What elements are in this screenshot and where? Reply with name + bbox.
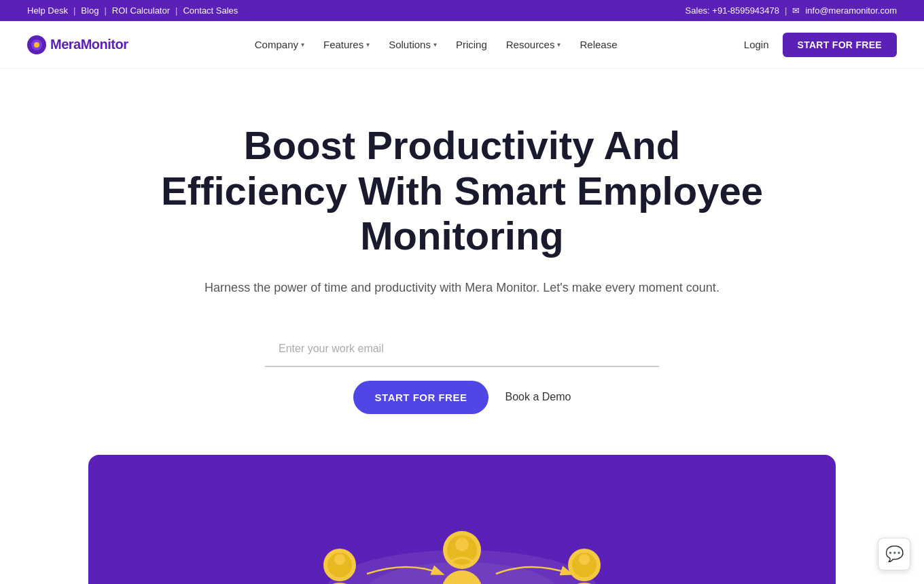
- email-icon: ✉: [792, 5, 800, 16]
- help-desk-link[interactable]: Help Desk: [27, 5, 68, 16]
- resources-chevron-icon: ▾: [557, 41, 561, 48]
- top-bar-right: Sales: +91-8595943478 | ✉ info@meramonit…: [686, 5, 897, 16]
- svg-point-9: [455, 538, 469, 551]
- logo-icon: [27, 35, 46, 54]
- roi-calculator-link[interactable]: ROI Calculator: [112, 5, 170, 16]
- nav-right: Login START FOR FREE: [744, 33, 897, 57]
- pricing-label: Pricing: [456, 39, 487, 50]
- separator-1: |: [73, 5, 75, 16]
- nav-solutions[interactable]: Solutions ▾: [389, 39, 437, 50]
- blog-link[interactable]: Blog: [81, 5, 99, 16]
- email-link[interactable]: info@meramonitor.com: [805, 5, 897, 16]
- hero-subtitle: Harness the power of time and productivi…: [82, 278, 842, 298]
- nav-left: MeraMonitor: [27, 35, 128, 54]
- start-free-hero-button[interactable]: START FOR FREE: [353, 381, 489, 414]
- top-bar-left: Help Desk | Blog | ROI Calculator | Cont…: [27, 5, 238, 16]
- solutions-label: Solutions: [389, 39, 431, 50]
- book-demo-link[interactable]: Book a Demo: [505, 391, 571, 403]
- separator-2: |: [104, 5, 106, 16]
- svg-point-2: [34, 42, 39, 48]
- solutions-chevron-icon: ▾: [433, 41, 437, 48]
- hero-cta-row: START FOR FREE Book a Demo: [353, 381, 571, 414]
- hero-title: Boost Productivity And Efficiency With S…: [156, 123, 768, 259]
- hero-image-section: [88, 455, 836, 584]
- nav-release[interactable]: Release: [580, 39, 617, 50]
- chat-widget[interactable]: 💬: [878, 538, 910, 570]
- separator-4: |: [785, 5, 787, 16]
- hero-section: Boost Productivity And Efficiency With S…: [54, 69, 870, 455]
- nav-company[interactable]: Company ▾: [255, 39, 304, 50]
- start-free-nav-button[interactable]: START FOR FREE: [783, 33, 898, 57]
- navbar: MeraMonitor Company ▾ Features ▾ Solutio…: [0, 21, 924, 69]
- nav-pricing[interactable]: Pricing: [456, 39, 487, 50]
- svg-point-19: [579, 554, 590, 565]
- nav-resources[interactable]: Resources ▾: [506, 39, 561, 50]
- resources-label: Resources: [506, 39, 555, 50]
- top-bar: Help Desk | Blog | ROI Calculator | Cont…: [0, 0, 924, 21]
- features-chevron-icon: ▾: [366, 41, 370, 48]
- company-chevron-icon: ▾: [301, 41, 304, 48]
- email-input[interactable]: [265, 332, 659, 367]
- logo-text: MeraMonitor: [50, 37, 128, 52]
- login-link[interactable]: Login: [744, 39, 769, 50]
- sales-number: Sales: +91-8595943478: [686, 5, 779, 16]
- separator-3: |: [175, 5, 177, 16]
- contact-sales-link[interactable]: Contact Sales: [183, 5, 238, 16]
- release-label: Release: [580, 39, 617, 50]
- nav-links: Company ▾ Features ▾ Solutions ▾ Pricing…: [255, 39, 618, 50]
- chat-icon: 💬: [885, 545, 904, 563]
- features-label: Features: [323, 39, 363, 50]
- hero-form: START FOR FREE Book a Demo: [82, 332, 842, 414]
- nav-features[interactable]: Features ▾: [323, 39, 370, 50]
- svg-point-14: [334, 554, 345, 565]
- nav-logo[interactable]: MeraMonitor: [27, 35, 128, 54]
- company-label: Company: [255, 39, 298, 50]
- hero-illustration: [224, 455, 700, 584]
